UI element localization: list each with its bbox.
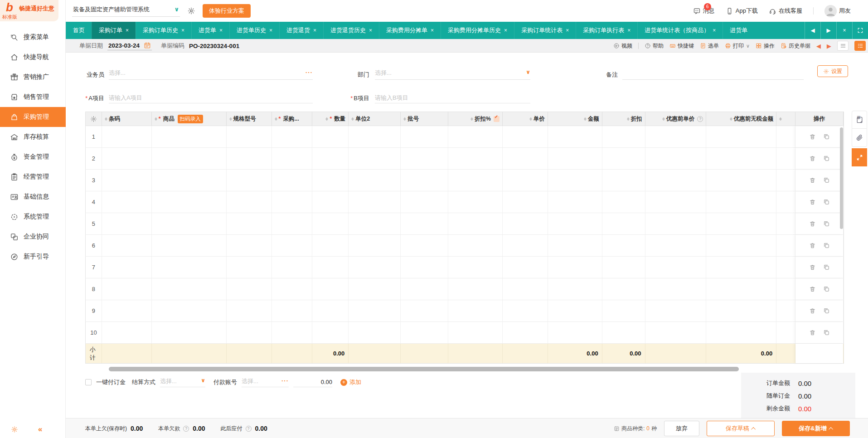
sort-icon[interactable] — [155, 116, 157, 122]
copy-row-icon[interactable] — [823, 133, 830, 140]
copy-row-icon[interactable] — [823, 286, 830, 292]
user-menu[interactable]: 用友 — [824, 5, 851, 17]
column-header-操作[interactable]: 操作 — [795, 112, 844, 126]
table-cell[interactable] — [548, 126, 602, 147]
table-cell[interactable] — [227, 126, 272, 147]
sidebar-item-clipboard[interactable]: 经营管理 — [0, 167, 66, 187]
column-header-优惠前无税金额[interactable]: 优惠前无税金额 — [706, 112, 776, 126]
table-cell[interactable] — [503, 170, 548, 191]
delete-row-icon[interactable] — [809, 177, 816, 184]
project-a-input[interactable] — [109, 92, 313, 103]
table-cell[interactable] — [272, 278, 313, 300]
table-cell[interactable] — [349, 126, 401, 147]
sort-icon[interactable] — [779, 116, 782, 122]
table-cell[interactable] — [602, 257, 645, 278]
table-cell[interactable] — [227, 235, 272, 256]
delete-row-icon[interactable] — [809, 155, 816, 162]
department-select[interactable]: 选择... ∨ — [375, 69, 530, 80]
tab-close-icon[interactable]: × — [219, 27, 223, 34]
table-cell[interactable] — [401, 300, 448, 321]
tab-1[interactable]: 采购订单× — [92, 22, 136, 39]
abandon-button[interactable]: 放弃 — [664, 421, 699, 436]
table-cell[interactable] — [401, 170, 448, 191]
toolbar-action-grid[interactable]: 操作 — [756, 42, 775, 50]
table-cell[interactable] — [349, 257, 401, 278]
table-cell[interactable] — [776, 191, 795, 213]
table-cell[interactable] — [102, 300, 152, 321]
table-cell[interactable] — [401, 126, 448, 147]
table-cell[interactable] — [645, 213, 707, 234]
save-draft-button[interactable]: 保存草稿 — [707, 421, 775, 436]
table-cell[interactable] — [312, 235, 349, 256]
date-field[interactable]: 2023-03-24 — [107, 41, 152, 50]
tab-close-icon[interactable]: × — [713, 27, 716, 34]
remark-input[interactable] — [622, 69, 804, 80]
pay-account-select[interactable]: 选择... ··· — [242, 377, 289, 387]
table-cell[interactable] — [102, 235, 152, 256]
tab-close-icon[interactable]: × — [313, 27, 316, 34]
sort-icon[interactable] — [470, 116, 473, 122]
draft-list-button[interactable]: 草 — [852, 111, 867, 129]
collapse-sidebar-icon[interactable]: « — [38, 426, 42, 433]
table-cell[interactable] — [312, 191, 349, 213]
column-header-单价[interactable]: 单价 — [503, 112, 548, 126]
tab-6[interactable]: 进货退货历史× — [323, 22, 379, 39]
table-cell[interactable] — [448, 148, 503, 169]
close-all-tabs-button[interactable]: × — [836, 22, 852, 39]
tab-10[interactable]: 采购订单执行表× — [576, 22, 637, 39]
tabs-scroll-right-button[interactable]: ▶ — [820, 22, 836, 39]
sort-icon[interactable] — [105, 116, 107, 122]
column-header-折扣%[interactable]: 折扣% — [448, 112, 503, 126]
table-cell[interactable] — [401, 257, 448, 278]
next-record-button[interactable]: ▶ — [827, 43, 831, 49]
table-cell[interactable] — [548, 191, 602, 213]
tab-11[interactable]: 进货单统计表（按商品）× — [637, 22, 723, 39]
table-cell[interactable] — [349, 191, 401, 213]
horizontal-scrollbar-thumb[interactable] — [109, 367, 739, 371]
table-cell[interactable] — [152, 170, 227, 191]
table-cell[interactable] — [503, 191, 548, 213]
copy-row-icon[interactable] — [823, 155, 830, 162]
toolbar-action-doc-select[interactable]: 选单 — [700, 42, 719, 50]
table-cell[interactable] — [448, 300, 503, 321]
column-header-批号[interactable]: 批号 — [401, 112, 448, 126]
table-cell[interactable] — [503, 257, 548, 278]
table-cell[interactable] — [706, 148, 776, 169]
table-cell[interactable] — [645, 300, 707, 321]
copy-row-icon[interactable] — [823, 220, 830, 227]
system-gear-icon[interactable] — [187, 7, 195, 15]
table-cell[interactable] — [448, 257, 503, 278]
table-cell[interactable] — [152, 322, 227, 343]
table-cell[interactable] — [548, 170, 602, 191]
online-service-button[interactable]: 在线客服 — [769, 7, 802, 15]
table-cell[interactable] — [645, 191, 707, 213]
toolbar-action-play-circle[interactable]: 视频 — [613, 42, 632, 50]
sort-icon[interactable] — [730, 116, 732, 122]
table-cell[interactable] — [548, 148, 602, 169]
sidebar-item-gift[interactable]: 营销推广 — [0, 67, 66, 87]
sort-icon[interactable] — [325, 116, 328, 122]
tab-close-icon[interactable]: × — [504, 27, 507, 34]
save-and-new-button[interactable]: 保存&新增 — [782, 421, 850, 436]
toolbar-action-history-doc[interactable]: 历史单据 — [781, 42, 810, 50]
table-cell[interactable] — [227, 191, 272, 213]
table-cell[interactable] — [401, 322, 448, 343]
salesman-select[interactable]: 选择... ··· — [109, 69, 313, 80]
table-cell[interactable] — [102, 191, 152, 213]
table-cell[interactable] — [706, 126, 776, 147]
column-config-button[interactable] — [86, 112, 102, 126]
table-cell[interactable] — [548, 300, 602, 321]
table-cell[interactable] — [227, 257, 272, 278]
table-cell[interactable] — [152, 300, 227, 321]
table-cell[interactable] — [401, 148, 448, 169]
table-cell[interactable] — [706, 278, 776, 300]
tab-close-icon[interactable]: × — [269, 27, 272, 34]
table-cell[interactable] — [448, 235, 503, 256]
deposit-amount-input[interactable] — [293, 377, 332, 387]
tab-5[interactable]: 进货退货× — [279, 22, 323, 39]
table-cell[interactable] — [448, 191, 503, 213]
table-cell[interactable] — [227, 278, 272, 300]
column-header-stub[interactable] — [776, 112, 795, 126]
table-cell[interactable] — [349, 148, 401, 169]
table-cell[interactable] — [102, 257, 152, 278]
